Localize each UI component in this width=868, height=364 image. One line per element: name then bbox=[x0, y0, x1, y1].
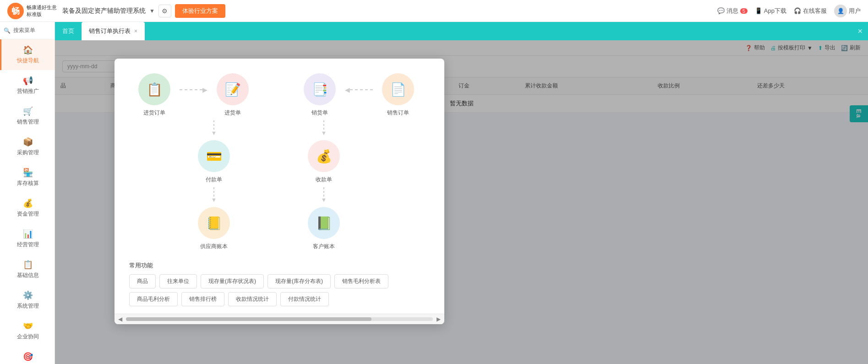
header-right: 💬 消息 5 📱 App下载 🎧 在线客服 👤 用户 bbox=[717, 5, 861, 17]
user-item[interactable]: 👤 用户 bbox=[834, 5, 861, 17]
sidebar-label-basic-info: 基础信息 bbox=[17, 272, 39, 279]
online-service-item[interactable]: 🎧 在线客服 bbox=[794, 7, 827, 15]
arrow-sales-order-to-bill: ◀ bbox=[345, 86, 373, 93]
sales-order-icon: 📄 bbox=[382, 73, 414, 105]
customer-ledger-icon: 📗 bbox=[308, 207, 340, 239]
sidebar-icon-enterprise: 🤝 bbox=[23, 321, 33, 331]
flow-node-sales-bill[interactable]: 📑 销货单 bbox=[304, 73, 336, 117]
sidebar-icon-basic-info: 📋 bbox=[23, 260, 33, 270]
main-layout: 🔍 搜索菜单 🏠 快捷导航 📢 营销推广 🛒 销售管理 📦 采购管理 🏪 库存核… bbox=[0, 22, 868, 364]
content-area: 首页 销售订单执行表 × × ❓ 帮助 🖨 按模板打印 ▼ bbox=[55, 22, 868, 364]
sidebar-icon-purchase: 📦 bbox=[23, 137, 33, 147]
purchase-order-icon: 📋 bbox=[138, 73, 170, 105]
flow-node-purchase-bill[interactable]: 📝 进货单 bbox=[217, 73, 249, 117]
sidebar-item-guide[interactable]: 🎯 新手引导 bbox=[0, 346, 55, 364]
arrow-purchase-to-bill: ▶ bbox=[180, 86, 207, 93]
sidebar-item-enterprise[interactable]: 🤝 企业协同 bbox=[0, 315, 55, 346]
avatar: 👤 bbox=[834, 5, 847, 17]
flow-node-supplier-ledger[interactable]: 📒 供应商账本 bbox=[198, 207, 230, 250]
sales-bill-icon: 📑 bbox=[304, 73, 336, 105]
tab-bar-close-icon[interactable]: × bbox=[857, 27, 863, 36]
tab-bar: 首页 销售订单执行表 × × bbox=[55, 22, 868, 40]
message-label: 消息 bbox=[726, 7, 738, 15]
scroll-left-icon[interactable]: ◀ bbox=[118, 316, 122, 322]
func-btn-receipt-stats[interactable]: 收款情况统计 bbox=[228, 292, 277, 306]
tab-close-icon[interactable]: × bbox=[134, 28, 137, 34]
top-header: 畅 畅康通好生意 标准版 装备及固定资产辅助管理系统 ▼ ⚙ 体验行业方案 💬 … bbox=[0, 0, 868, 22]
sidebar-item-operation[interactable]: 📊 经营管理 bbox=[0, 223, 55, 254]
scrollbar-track[interactable] bbox=[126, 317, 433, 321]
modal-overlay[interactable]: 📋 进货订单 ▶ 📝 进货单 bbox=[55, 40, 868, 364]
flow-node-payment[interactable]: 💳 付款单 bbox=[198, 140, 230, 184]
flow-node-sales-order[interactable]: 📄 销售订单 bbox=[382, 73, 414, 117]
func-btn-sales-profit[interactable]: 销售毛利分析表 bbox=[334, 274, 388, 288]
service-icon: 🎧 bbox=[794, 7, 801, 14]
tab-home[interactable]: 首页 bbox=[55, 22, 82, 40]
app-download-label: App下载 bbox=[764, 7, 786, 15]
customer-ledger-label: 客户账本 bbox=[313, 243, 335, 250]
sidebar-label-operation: 经营管理 bbox=[17, 241, 39, 249]
logo-icon: 畅 bbox=[7, 3, 24, 19]
func-btn-goods-profit[interactable]: 商品毛利分析 bbox=[129, 292, 178, 306]
sales-bill-label: 销货单 bbox=[311, 109, 328, 117]
func-btn-stock-dist[interactable]: 现存量(库存分布表) bbox=[267, 274, 331, 288]
search-label: 搜索菜单 bbox=[13, 27, 35, 34]
arrow-down-payment: ▼ bbox=[189, 120, 239, 136]
sidebar-item-purchase[interactable]: 📦 采购管理 bbox=[0, 131, 55, 162]
flow-node-customer-ledger[interactable]: 📗 客户账本 bbox=[308, 207, 340, 250]
func-btn-sales-rank[interactable]: 销售排行榜 bbox=[181, 292, 224, 306]
flow-node-receipt[interactable]: 💰 收款单 bbox=[308, 140, 340, 184]
message-item[interactable]: 💬 消息 5 bbox=[717, 7, 748, 15]
arrow-down-customer: ▼ bbox=[299, 187, 349, 203]
logo-area: 畅 畅康通好生意 标准版 bbox=[7, 3, 62, 19]
phone-icon: 📱 bbox=[755, 7, 762, 14]
payment-icon: 💳 bbox=[198, 140, 230, 172]
purchase-bill-label: 进货单 bbox=[224, 109, 241, 117]
message-icon: 💬 bbox=[717, 7, 725, 14]
system-name: 装备及固定资产辅助管理系统 ▼ ⚙ 体验行业方案 bbox=[62, 4, 717, 18]
sidebar-icon-operation: 📊 bbox=[23, 229, 33, 239]
sidebar-icon-marketing: 📢 bbox=[23, 76, 33, 86]
flow-node-purchase-order[interactable]: 📋 进货订单 bbox=[138, 73, 170, 117]
sidebar-item-finance[interactable]: 💰 资金管理 bbox=[0, 193, 55, 223]
tab-home-label: 首页 bbox=[62, 27, 74, 35]
func-btn-stock-status[interactable]: 现存量(库存状况表) bbox=[201, 274, 264, 288]
search-icon: 🔍 bbox=[4, 27, 11, 34]
sidebar-label-marketing: 营销推广 bbox=[17, 87, 39, 95]
purchase-order-label: 进货订单 bbox=[143, 109, 165, 117]
sidebar-label-system: 系统管理 bbox=[17, 302, 39, 310]
sidebar-search[interactable]: 🔍 搜索菜单 bbox=[0, 22, 55, 39]
supplier-ledger-icon: 📒 bbox=[198, 207, 230, 239]
logo-text: 畅康通好生意 标准版 bbox=[27, 4, 57, 17]
sidebar-icon-system: ⚙️ bbox=[23, 290, 33, 300]
sidebar-label-inventory: 库存核算 bbox=[17, 179, 39, 187]
scrollbar-thumb bbox=[126, 317, 371, 321]
try-button[interactable]: 体验行业方案 bbox=[175, 4, 225, 18]
app-download-item[interactable]: 📱 App下载 bbox=[755, 7, 786, 15]
func-btn-payment-stats[interactable]: 付款情况统计 bbox=[280, 292, 329, 306]
func-btn-partner[interactable]: 往来单位 bbox=[159, 274, 197, 288]
tab-sales-order[interactable]: 销售订单执行表 × bbox=[82, 22, 145, 40]
payment-label: 付款单 bbox=[206, 176, 222, 184]
sidebar-item-system[interactable]: ⚙️ 系统管理 bbox=[0, 285, 55, 315]
scroll-right-icon[interactable]: ▶ bbox=[437, 316, 441, 322]
user-label: 用户 bbox=[849, 7, 861, 15]
sidebar-item-basic-info[interactable]: 📋 基础信息 bbox=[0, 254, 55, 285]
sidebar-icon-quick-nav: 🏠 bbox=[23, 45, 33, 55]
sidebar-item-inventory[interactable]: 🏪 库存核算 bbox=[0, 162, 55, 193]
sidebar-item-sales[interactable]: 🛒 销售管理 bbox=[0, 101, 55, 131]
common-functions: 常用功能 商品 往来单位 现存量(库存状况表) 现存量(库存分布表) 销售毛利分… bbox=[129, 261, 430, 306]
sidebar-item-quick-nav[interactable]: 🏠 快捷导航 bbox=[0, 39, 55, 70]
tab-sales-order-label: 销售订单执行表 bbox=[89, 27, 131, 35]
gear-button[interactable]: ⚙ bbox=[158, 5, 171, 17]
sidebar-icon-guide: 🎯 bbox=[23, 352, 33, 362]
func-buttons: 商品 往来单位 现存量(库存状况表) 现存量(库存分布表) 销售毛利分析表 商品… bbox=[129, 274, 430, 306]
sidebar-icon-finance: 💰 bbox=[23, 198, 33, 208]
modal-scrollbar: ◀ ▶ bbox=[115, 314, 444, 324]
sidebar-label-sales: 销售管理 bbox=[17, 118, 39, 126]
func-btn-goods[interactable]: 商品 bbox=[129, 274, 156, 288]
message-badge: 5 bbox=[740, 8, 748, 14]
sidebar-item-marketing[interactable]: 📢 营销推广 bbox=[0, 70, 55, 101]
online-service-label: 在线客服 bbox=[803, 7, 827, 15]
system-dropdown-icon[interactable]: ▼ bbox=[149, 8, 155, 14]
